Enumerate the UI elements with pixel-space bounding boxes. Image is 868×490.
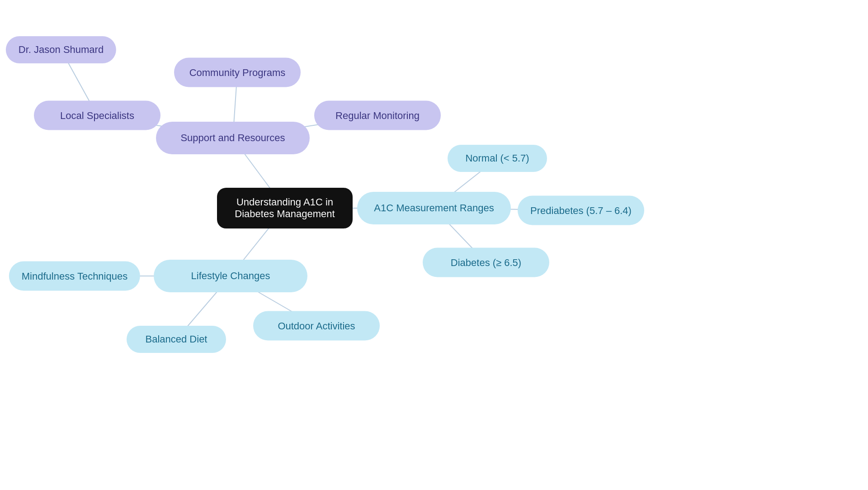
mindfulness-node[interactable]: Mindfulness Techniques: [9, 262, 140, 291]
outdoor-activities-node[interactable]: Outdoor Activities: [253, 311, 380, 341]
dr-jason-node[interactable]: Dr. Jason Shumard: [6, 36, 116, 63]
local-specialists-node[interactable]: Local Specialists: [34, 101, 160, 130]
balanced-diet-node[interactable]: Balanced Diet: [127, 326, 226, 353]
regular-monitoring-node[interactable]: Regular Monitoring: [314, 101, 441, 130]
prediabetes-node[interactable]: Prediabetes (5.7 – 6.4): [518, 196, 644, 225]
lifestyle-node[interactable]: Lifestyle Changes: [154, 260, 307, 292]
normal-node[interactable]: Normal (< 5.7): [448, 145, 547, 172]
center-node[interactable]: Understanding A1C in Diabetes Management: [217, 188, 353, 228]
community-programs-node[interactable]: Community Programs: [174, 58, 301, 87]
a1c-ranges-node[interactable]: A1C Measurement Ranges: [357, 192, 511, 224]
diabetes-node[interactable]: Diabetes (≥ 6.5): [423, 248, 549, 277]
support-node[interactable]: Support and Resources: [156, 122, 310, 154]
